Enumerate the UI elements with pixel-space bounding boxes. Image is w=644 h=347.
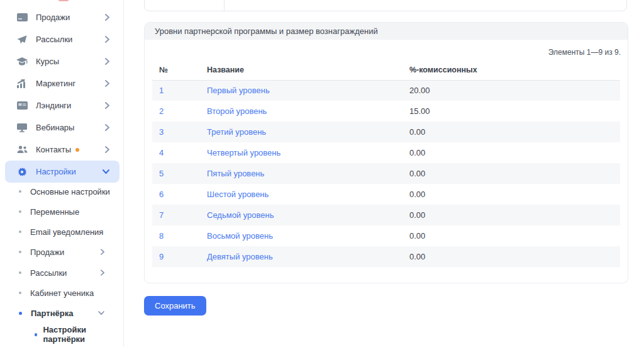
sidebar-subitem-student-cabinet[interactable]: Кабинет ученика [5, 283, 119, 303]
chevron-right-icon [105, 58, 109, 65]
chevron-right-icon [101, 249, 104, 255]
sidebar-item-label: Вебинары [36, 123, 74, 132]
sidebar-item-label: Лэндинги [36, 101, 71, 110]
level-number-link[interactable]: 3 [159, 127, 164, 137]
table-row: 3 Третий уровень 0.00 [152, 122, 620, 142]
chevron-right-icon [105, 80, 109, 87]
bullet-icon [19, 271, 21, 274]
level-number-link[interactable]: 5 [159, 169, 164, 178]
level-number-link[interactable]: 2 [159, 106, 164, 116]
bullet-icon [19, 190, 21, 193]
level-commission: 0.00 [409, 142, 620, 163]
level-number-link[interactable]: 9 [159, 252, 164, 261]
chevron-right-icon [105, 124, 109, 131]
table-row: 5 Пятый уровень 0.00 [152, 163, 620, 184]
sidebar-item-courses[interactable]: Курсы [5, 50, 119, 72]
table-row: 2 Второй уровень 15.00 [152, 101, 620, 122]
table-row: 7 Седьмой уровень 0.00 [152, 205, 620, 225]
subitem-label: Email уведомления [30, 227, 103, 237]
level-commission: 0.00 [409, 122, 620, 142]
table-row: 8 Восьмой уровень 0.00 [152, 225, 620, 246]
sidebar-item-label: Рассылки [36, 35, 72, 44]
level-commission: 0.00 [409, 163, 620, 184]
chevron-right-icon [105, 14, 109, 21]
subitem-label: Настройки партнёрки [43, 325, 119, 344]
level-number-link[interactable]: 6 [159, 190, 164, 199]
level-name-link[interactable]: Шестой уровень [207, 190, 269, 199]
chevron-right-icon [101, 270, 104, 276]
sidebar-subitem-mailings-settings[interactable]: Рассылки [5, 263, 119, 283]
sidebar-item-mailings[interactable]: Рассылки [5, 28, 119, 50]
level-commission: 0.00 [409, 205, 620, 225]
level-name-link[interactable]: Седьмой уровень [207, 210, 274, 220]
level-commission: 15.00 [409, 101, 620, 122]
level-name-link[interactable]: Третий уровень [207, 127, 266, 137]
sidebar-item-label: Маркетинг [36, 79, 75, 88]
paper-plane-icon [16, 35, 28, 44]
level-number-link[interactable]: 4 [159, 148, 164, 157]
sidebar-item-label: Курсы [36, 57, 59, 66]
level-number-link[interactable]: 7 [159, 210, 164, 220]
sidebar-subitem-sales-settings[interactable]: Продажи [5, 242, 119, 262]
table-row: 6 Шестой уровень 0.00 [152, 184, 620, 205]
main-content: Уровни партнерской программы и размер во… [144, 0, 644, 347]
table-row: 4 Четвертый уровень 0.00 [152, 142, 620, 163]
users-icon [16, 145, 28, 154]
column-header-commission: %-комиссионных [409, 60, 620, 80]
level-number-link[interactable]: 1 [159, 86, 164, 95]
gear-icon [16, 167, 28, 177]
level-name-link[interactable]: Восьмой уровень [207, 231, 273, 241]
sidebar-subitem-partner-program[interactable]: Партнёрка [5, 303, 119, 323]
card-title: Уровни партнерской программы и размер во… [145, 23, 628, 40]
bullet-icon [19, 292, 21, 294]
sidebar-item-label: Настройки [36, 167, 76, 176]
subitem-label: Основные настройки [30, 187, 110, 196]
level-name-link[interactable]: Первый уровень [207, 86, 270, 95]
bullet-icon [19, 251, 21, 253]
level-name-link[interactable]: Девятый уровень [207, 252, 273, 261]
subitem-label: Продажи [30, 247, 64, 257]
subitem-label: Партнёрка [31, 309, 73, 318]
level-commission: 0.00 [409, 184, 620, 205]
chart-growth-icon [16, 79, 28, 88]
subitem-label: Рассылки [30, 268, 67, 278]
bullet-icon [35, 333, 37, 336]
browser-icon [16, 101, 28, 110]
bullet-icon [19, 230, 21, 233]
sidebar-subitem-basic-settings[interactable]: Основные настройки [5, 181, 119, 202]
bullet-icon [19, 312, 22, 315]
sidebar-item-settings[interactable]: Настройки [5, 161, 119, 183]
level-name-link[interactable]: Второй уровень [207, 106, 267, 116]
sidebar-subitem-email-notifications[interactable]: Email уведомления [5, 222, 119, 242]
page: Продажи Рассылки Курсы [0, 0, 644, 347]
level-name-link[interactable]: Пятый уровень [207, 169, 264, 178]
chevron-right-icon [105, 102, 109, 109]
sidebar-item-sales[interactable]: Продажи [5, 6, 119, 28]
sidebar-item-landings[interactable]: Лэндинги [5, 94, 119, 117]
sidebar-subitem-partner-settings[interactable]: Настройки партнёрки [5, 324, 119, 344]
sidebar-item-contacts[interactable]: Контакты [5, 139, 119, 161]
bullet-icon [19, 210, 21, 213]
level-commission: 0.00 [409, 225, 620, 246]
subitem-label: Переменные [30, 207, 79, 217]
levels-table: № Название %-комиссионных 1 Первый урове… [152, 60, 620, 267]
column-header-name: Название [207, 60, 409, 80]
table-row: 1 Первый уровень 20.00 [152, 80, 620, 101]
column-header-number: № [152, 60, 207, 80]
save-button[interactable]: Сохранить [144, 296, 206, 316]
sidebar-subitem-variables[interactable]: Переменные [5, 202, 119, 222]
top-panel-cutoff [144, 0, 627, 11]
sidebar-item-marketing[interactable]: Маркетинг [5, 72, 119, 94]
top-panel-divider [224, 0, 225, 11]
level-name-link[interactable]: Четвертый уровень [207, 148, 280, 157]
credit-card-icon [16, 13, 28, 21]
chevron-right-icon [105, 146, 109, 153]
level-commission: 0.00 [409, 246, 620, 267]
sidebar-item-webinars[interactable]: Вебинары [5, 117, 119, 139]
chevron-right-icon [105, 36, 109, 43]
table-row: 9 Девятый уровень 0.00 [152, 246, 620, 267]
pagination-summary: Элементы 1—9 из 9. [145, 48, 621, 57]
sidebar-item-label: Продажи [36, 13, 70, 22]
notification-dot [75, 148, 79, 152]
level-number-link[interactable]: 8 [159, 231, 164, 241]
